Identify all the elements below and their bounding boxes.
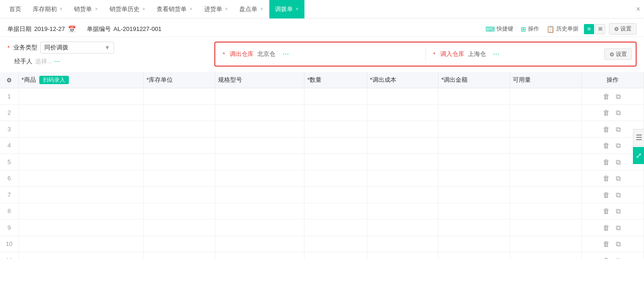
history-btn[interactable]: 📋 历史单据 <box>545 24 580 34</box>
row-qty[interactable] <box>304 170 367 187</box>
row-qty[interactable] <box>304 236 367 252</box>
operations-btn[interactable]: ⊞ 操作 <box>519 24 541 34</box>
row-cost[interactable] <box>367 252 438 259</box>
copy-btn[interactable]: ⧉ <box>614 223 624 233</box>
copy-btn[interactable]: ⧉ <box>614 256 624 259</box>
tab-transfer-close[interactable]: × <box>296 6 298 12</box>
tab-sales-order-close[interactable]: × <box>95 6 97 12</box>
delete-btn[interactable]: 🗑 <box>601 239 612 249</box>
row-amount[interactable] <box>438 121 510 138</box>
row-unit[interactable] <box>144 121 215 138</box>
row-qty[interactable] <box>304 137 367 154</box>
person-more-icon[interactable]: ··· <box>54 57 60 66</box>
row-avail[interactable] <box>510 121 581 138</box>
row-unit[interactable] <box>144 220 215 236</box>
row-goods[interactable] <box>18 137 144 154</box>
tab-view-sales-close[interactable]: × <box>189 6 192 12</box>
transfer-in-more-icon[interactable]: ··· <box>493 50 499 58</box>
delete-btn[interactable]: 🗑 <box>601 189 612 200</box>
row-unit[interactable] <box>144 187 215 203</box>
row-goods[interactable] <box>18 220 144 236</box>
row-spec[interactable] <box>215 121 304 138</box>
delete-btn[interactable]: 🗑 <box>601 140 612 151</box>
row-avail[interactable] <box>510 137 581 154</box>
row-unit[interactable] <box>144 252 215 259</box>
row-avail[interactable] <box>510 88 581 105</box>
row-avail[interactable] <box>510 220 581 236</box>
row-spec[interactable] <box>215 252 304 259</box>
row-qty[interactable] <box>304 88 367 105</box>
tab-stocktake[interactable]: 盘点单 × <box>234 0 269 18</box>
row-spec[interactable] <box>215 104 304 121</box>
tab-purchase-order-close[interactable]: × <box>225 6 228 12</box>
warehouse-settings-btn[interactable]: ⚙ 设置 <box>604 49 632 60</box>
row-qty[interactable] <box>304 252 367 259</box>
row-avail[interactable] <box>510 203 581 220</box>
tab-purchase-order[interactable]: 进货单 × <box>199 0 234 18</box>
row-cost[interactable] <box>367 236 438 252</box>
row-spec[interactable] <box>215 203 304 220</box>
row-qty[interactable] <box>304 121 367 138</box>
row-avail[interactable] <box>510 187 581 203</box>
row-cost[interactable] <box>367 187 438 203</box>
view-toggle-grid[interactable]: ⊞ <box>595 24 605 34</box>
copy-btn[interactable]: ⧉ <box>614 190 624 200</box>
row-spec[interactable] <box>215 236 304 252</box>
row-goods[interactable] <box>18 121 144 138</box>
row-avail[interactable] <box>510 170 581 187</box>
row-cost[interactable] <box>367 121 438 138</box>
view-toggle-list[interactable]: ≡ <box>584 24 594 34</box>
calendar-icon[interactable]: 📅 <box>68 25 76 33</box>
tab-home[interactable]: 首页 <box>4 0 27 18</box>
transfer-out-more-icon[interactable]: ··· <box>283 50 289 58</box>
copy-btn[interactable]: ⧉ <box>614 173 624 183</box>
row-qty[interactable] <box>304 220 367 236</box>
tab-inventory-init-close[interactable]: × <box>60 6 62 12</box>
row-avail[interactable] <box>510 252 581 259</box>
delete-btn[interactable]: 🗑 <box>601 157 612 167</box>
tab-sales-history-close[interactable]: × <box>142 6 145 12</box>
row-goods[interactable] <box>18 88 144 105</box>
row-spec[interactable] <box>215 154 304 171</box>
row-spec[interactable] <box>215 220 304 236</box>
row-amount[interactable] <box>438 170 510 187</box>
row-avail[interactable] <box>510 236 581 252</box>
row-qty[interactable] <box>304 203 367 220</box>
row-amount[interactable] <box>438 236 510 252</box>
row-unit[interactable] <box>144 88 215 105</box>
row-cost[interactable] <box>367 220 438 236</box>
shortcuts-btn[interactable]: ⌨ 快捷键 <box>484 24 515 34</box>
copy-btn[interactable]: ⧉ <box>614 140 624 151</box>
copy-btn[interactable]: ⧉ <box>614 92 624 102</box>
row-goods[interactable] <box>18 104 144 121</box>
row-avail[interactable] <box>510 104 581 121</box>
delete-btn[interactable]: 🗑 <box>601 91 612 101</box>
copy-btn[interactable]: ⧉ <box>614 124 624 134</box>
row-amount[interactable] <box>438 104 510 121</box>
copy-btn[interactable]: ⧉ <box>614 239 624 249</box>
row-qty[interactable] <box>304 104 367 121</box>
copy-btn[interactable]: ⧉ <box>614 206 624 216</box>
row-spec[interactable] <box>215 88 304 105</box>
delete-btn[interactable]: 🗑 <box>601 124 612 134</box>
copy-btn[interactable]: ⧉ <box>614 108 624 118</box>
row-spec[interactable] <box>215 170 304 187</box>
tab-view-sales[interactable]: 查看销货单 × <box>151 0 198 18</box>
row-cost[interactable] <box>367 203 438 220</box>
row-unit[interactable] <box>144 236 215 252</box>
row-cost[interactable] <box>367 104 438 121</box>
row-unit[interactable] <box>144 154 215 171</box>
delete-btn[interactable]: 🗑 <box>601 255 612 259</box>
row-unit[interactable] <box>144 137 215 154</box>
row-cost[interactable] <box>367 88 438 105</box>
row-amount[interactable] <box>438 154 510 171</box>
col-header-gear[interactable]: ⚙ <box>0 72 18 88</box>
delete-btn[interactable]: 🗑 <box>601 222 612 232</box>
person-select[interactable]: 选择... ··· <box>35 57 60 66</box>
delete-btn[interactable]: 🗑 <box>601 108 612 118</box>
row-amount[interactable] <box>438 187 510 203</box>
row-goods[interactable] <box>18 203 144 220</box>
row-amount[interactable] <box>438 220 510 236</box>
row-goods[interactable] <box>18 187 144 203</box>
row-unit[interactable] <box>144 104 215 121</box>
